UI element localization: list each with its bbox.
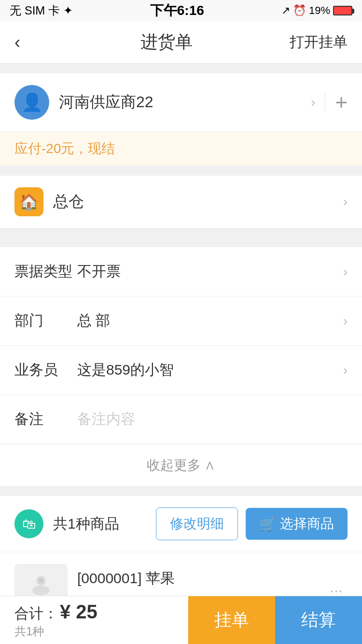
remark-value[interactable]: 备注内容 [77, 409, 348, 429]
product-count-icon: 🛍 [14, 509, 43, 538]
warehouse-row[interactable]: 🏠 总仓 › [0, 176, 362, 228]
open-pending-button[interactable]: 打开挂单 [290, 32, 348, 52]
debt-notice: 应付-20元，现结 [0, 132, 362, 166]
status-left: 无 SIM 卡 ✦ [10, 3, 73, 18]
page-title: 进货单 [140, 30, 193, 54]
product-count-label: 共1种商品 [53, 514, 156, 534]
remark-row[interactable]: 备注 备注内容 [0, 395, 362, 444]
department-value: 总 部 [77, 311, 343, 331]
total-label: 合计： [14, 604, 58, 624]
divider-1 [0, 166, 362, 176]
product-header: 🛍 共1种商品 修改明细 🛒 选择商品 [0, 486, 362, 552]
svg-point-1 [32, 586, 50, 595]
warehouse-name: 总仓 [53, 191, 343, 212]
total-amount: ¥ 25 [60, 601, 97, 623]
avatar-icon: 👤 [21, 92, 43, 112]
product-code: [0000001] [77, 570, 141, 586]
warehouse-icon: 🏠 [14, 187, 43, 216]
select-product-label: 选择商品 [280, 515, 334, 533]
department-row[interactable]: 部门 总 部 › [0, 296, 362, 346]
department-label: 部门 [14, 311, 77, 331]
back-button[interactable]: ‹ [14, 32, 43, 53]
supplier-chevron-icon: › [311, 95, 315, 110]
divider-2 [0, 228, 362, 238]
select-product-button[interactable]: 🛒 选择商品 [246, 508, 348, 540]
total-area: 合计： ¥ 25 共1种 [0, 596, 188, 644]
hang-order-button[interactable]: 挂单 [188, 596, 275, 644]
salesperson-label: 业务员 [14, 360, 77, 380]
battery-icon [333, 6, 352, 15]
warehouse-section: 🏠 总仓 › [0, 176, 362, 228]
modify-detail-button[interactable]: 修改明细 [156, 507, 238, 540]
invoice-type-row[interactable]: 票据类型 不开票 › [0, 247, 362, 296]
supplier-row: 👤 河南供应商22 › + [0, 73, 362, 132]
product-title: 苹果 [146, 570, 175, 586]
battery-label: 19% [309, 4, 330, 17]
nav-bar: ‹ 进货单 打开挂单 [0, 21, 362, 64]
salesperson-chevron-icon: › [343, 363, 348, 378]
status-bar: 无 SIM 卡 ✦ 下午6:16 ↗ ⏰ 19% [0, 0, 362, 21]
invoice-type-chevron-icon: › [343, 264, 348, 280]
sim-status: 无 SIM 卡 ✦ [10, 3, 73, 18]
top-divider [0, 64, 362, 73]
department-chevron-icon: › [343, 313, 348, 329]
salesperson-row[interactable]: 业务员 这是859的小智 › [0, 346, 362, 395]
alarm-icon: ⏰ [293, 4, 306, 17]
remark-label: 备注 [14, 409, 77, 429]
add-supplier-button[interactable]: + [335, 90, 348, 114]
collapse-button[interactable]: 收起更多 ∧ [0, 444, 362, 486]
checkout-button[interactable]: 结算 [275, 596, 362, 644]
supplier-divider [325, 93, 325, 112]
supplier-name[interactable]: 河南供应商22 [59, 92, 311, 113]
invoice-type-label: 票据类型 [14, 262, 77, 281]
invoice-type-value: 不开票 [77, 262, 343, 281]
form-section: 票据类型 不开票 › 部门 总 部 › 业务员 这是859的小智 › 备注 备注… [0, 247, 362, 486]
warehouse-chevron-icon: › [343, 194, 348, 210]
cart-icon: 🛒 [259, 516, 276, 532]
salesperson-value: 这是859的小智 [77, 360, 343, 380]
status-right: ↗ ⏰ 19% [281, 4, 352, 17]
bottom-bar: 合计： ¥ 25 共1种 挂单 结算 [0, 596, 362, 644]
status-time: 下午6:16 [150, 1, 204, 20]
supplier-avatar: 👤 [14, 85, 49, 120]
bag-icon: 🛍 [22, 516, 36, 532]
supplier-section: 👤 河南供应商22 › + 应付-20元，现结 [0, 73, 362, 166]
product-name: [0000001] 苹果 [77, 569, 325, 588]
total-count: 共1种 [14, 624, 174, 639]
location-icon: ↗ [281, 4, 290, 17]
svg-text:磐: 磐 [38, 577, 44, 584]
